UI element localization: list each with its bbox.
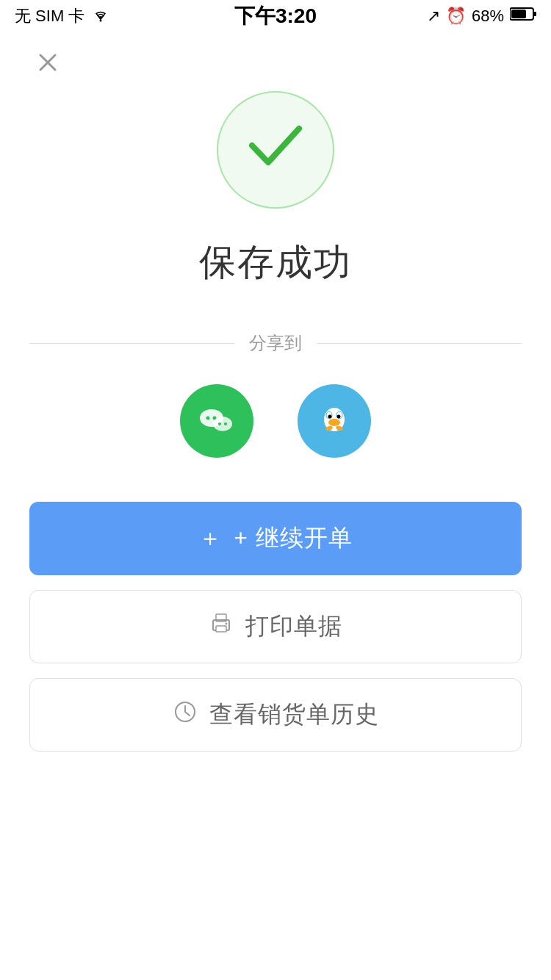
share-icons-row <box>180 384 371 458</box>
share-label: 分享到 <box>234 331 317 355</box>
continue-order-label: + 继续开单 <box>234 522 353 555</box>
svg-point-0 <box>100 20 102 22</box>
success-title: 保存成功 <box>199 238 352 287</box>
wechat-share-button[interactable] <box>180 384 253 458</box>
svg-point-15 <box>328 415 332 419</box>
no-sim-text: 无 SIM 卡 <box>15 5 84 27</box>
history-label: 查看销货单历史 <box>209 699 379 731</box>
svg-point-7 <box>206 417 210 420</box>
status-right: ↗ ⏰ 68% <box>427 7 536 26</box>
print-icon <box>209 611 234 642</box>
success-icon-circle <box>217 91 334 209</box>
status-time: 下午3:20 <box>234 2 317 30</box>
share-section: 分享到 <box>0 331 551 355</box>
svg-rect-21 <box>216 626 226 632</box>
continue-order-button[interactable]: ＋ + 继续开单 <box>29 502 522 575</box>
status-left: 无 SIM 卡 <box>15 5 111 27</box>
checkmark-icon <box>246 120 305 181</box>
battery-text: 68% <box>472 7 504 26</box>
svg-point-10 <box>218 422 221 425</box>
wifi-icon <box>90 6 111 26</box>
svg-line-26 <box>185 712 190 716</box>
print-label: 打印单据 <box>245 610 342 643</box>
clock-icon <box>173 699 198 730</box>
close-button[interactable] <box>29 44 66 81</box>
plus-icon: ＋ <box>198 522 222 555</box>
qq-share-button[interactable] <box>298 384 371 458</box>
svg-point-17 <box>328 419 340 426</box>
svg-point-23 <box>226 623 228 625</box>
svg-rect-2 <box>533 12 536 16</box>
alarm-icon: ⏰ <box>446 7 466 26</box>
svg-point-9 <box>213 417 232 431</box>
battery-icon <box>510 7 536 26</box>
svg-rect-3 <box>511 10 526 18</box>
print-button[interactable]: 打印单据 <box>29 590 522 663</box>
svg-point-16 <box>337 415 341 419</box>
status-bar: 无 SIM 卡 下午3:20 ↗ ⏰ 68% <box>0 0 551 32</box>
history-button[interactable]: 查看销货单历史 <box>29 678 522 752</box>
action-buttons: ＋ + 继续开单 打印单据 <box>0 502 551 752</box>
location-icon: ↗ <box>427 7 440 26</box>
svg-point-11 <box>224 422 227 425</box>
main-content: 保存成功 分享到 <box>0 32 551 752</box>
